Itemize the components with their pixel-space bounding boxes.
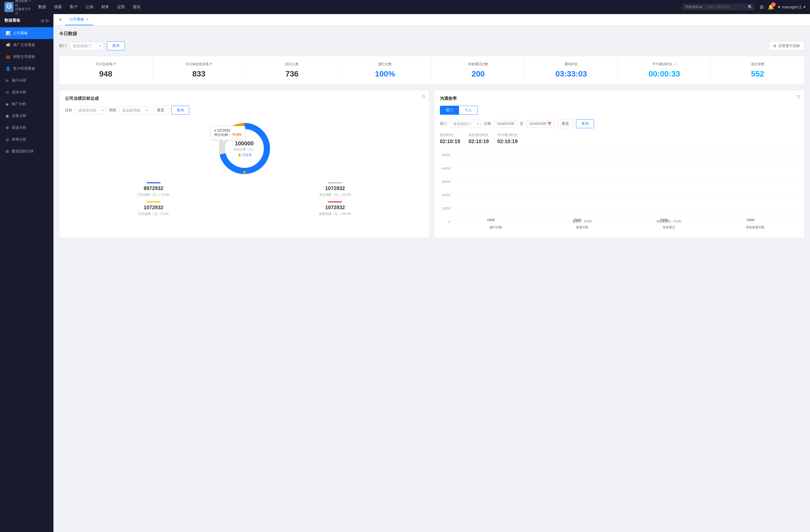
goal-expand-icon[interactable]: ⊡ bbox=[422, 94, 425, 99]
nav-item-运营[interactable]: 运营 bbox=[117, 3, 125, 11]
sidebar-item-label: 渠道分析 bbox=[12, 125, 27, 130]
stat-label-7: 成交单数 bbox=[715, 62, 799, 67]
tab-close-icon[interactable]: ✕ bbox=[86, 17, 88, 21]
sidebar-icon-cost: ⊙ bbox=[6, 90, 9, 95]
comm-dept-label: 部门 bbox=[440, 121, 447, 126]
sidebar-item-sales-analysis[interactable]: ◎销售分析 bbox=[0, 134, 53, 145]
donut-container: ● 1072932 所占比例： 70.9% bbox=[216, 120, 273, 177]
notification-badge: 5 bbox=[771, 2, 776, 7]
comm-date-to[interactable]: 2018/01/08 📅 bbox=[526, 120, 555, 127]
bottom-panels: 公司业绩目标达成 ⊡ 目标 请选择目标 周期 请选择周期 bbox=[59, 90, 804, 238]
nav-item-财务[interactable]: 财务 bbox=[101, 3, 109, 11]
goal-stat-bar-2 bbox=[147, 201, 161, 202]
sidebar-icon-company-board: 📊 bbox=[6, 31, 11, 35]
goal-stat-label-2: 应完成量（元）| 8.9% bbox=[65, 212, 242, 216]
comm-stat-0: 通话时长 02:10:19 bbox=[440, 133, 460, 145]
search-type-select[interactable]: 手机号码 bbox=[684, 5, 703, 9]
dept-select[interactable]: 请选择部门 bbox=[70, 42, 103, 50]
goal-stat-label-0: 已完成量（元）| 70.9% bbox=[65, 193, 242, 197]
sidebar-icon-promo-board: 📢 bbox=[6, 43, 11, 47]
stat-card-2: 回访人数 736 bbox=[245, 56, 339, 84]
sidebar-item-account-board[interactable]: 👤客户经理看板 bbox=[0, 63, 53, 74]
goal-stat-bar-1 bbox=[328, 182, 342, 183]
y-label-2: 20000 bbox=[440, 194, 453, 197]
tab-company-board[interactable]: 公司看板 ✕ bbox=[65, 14, 93, 25]
dept-select-wrapper: 请选择部门 bbox=[70, 42, 103, 50]
sidebar-item-label: 数据流转记录 bbox=[12, 149, 34, 154]
today-query-button[interactable]: 查询 bbox=[107, 41, 125, 50]
sidebar-expand-icon[interactable]: ▷ bbox=[46, 18, 49, 23]
sidebar-item-data-flow[interactable]: ⊞数据流转记录 bbox=[0, 145, 53, 157]
nav-item-线索[interactable]: 线索 bbox=[54, 3, 62, 11]
monitor-icon[interactable]: 🖥 bbox=[759, 4, 764, 10]
stat-label-3: 拨打次数 bbox=[343, 62, 427, 67]
app-layout: 数据看板 ◁ ▷ 📊公司看板📢推广主管看板💼销售主管看板👤客户经理看板⊳漏斗分析… bbox=[0, 14, 810, 532]
comm-tab-0[interactable]: 部门 bbox=[440, 106, 459, 115]
nav-item-数据[interactable]: 数据 bbox=[38, 3, 46, 11]
svg-text:云朵: 云朵 bbox=[7, 5, 12, 7]
sidebar-item-label: 推广主管看板 bbox=[13, 43, 35, 48]
goal-stat-value-2: 1072932 bbox=[65, 205, 242, 211]
goal-stat-value-0: 8972932 bbox=[65, 186, 242, 192]
search-icon[interactable]: 🔍 bbox=[748, 5, 752, 9]
sidebar-item-sales-board[interactable]: 💼销售主管看板 bbox=[0, 51, 53, 63]
calendar-icon: 📅 bbox=[547, 122, 552, 126]
main-content: ≡ 公司看板 ✕ 今日数据 部门 请选择部门 bbox=[53, 14, 810, 532]
nav-item-报名[interactable]: 报名 bbox=[133, 3, 141, 11]
sidebar-item-visitor[interactable]: ◉访客分析 bbox=[0, 110, 53, 122]
period-label: 周期 bbox=[109, 108, 116, 113]
sidebar-icon-sales-analysis: ◎ bbox=[6, 137, 9, 142]
comm-date-from[interactable]: 2018/01/08 bbox=[494, 120, 517, 127]
logo: 云朵 教育机构·一站 托服务云平台 bbox=[4, 0, 33, 15]
notification-bell[interactable]: 🔔 5 bbox=[768, 4, 774, 10]
sidebar-item-label: 漏斗分析 bbox=[12, 78, 27, 83]
comm-dept-select-wrapper: 请选择部门 bbox=[450, 120, 481, 128]
tab-label: 公司看板 bbox=[69, 17, 84, 22]
comm-tab-1[interactable]: 个人 bbox=[459, 106, 478, 115]
user-info[interactable]: manager11 ▾ bbox=[778, 5, 806, 9]
stat-card-3: 拨打次数 100% bbox=[339, 56, 432, 84]
comm-expand-icon[interactable]: ⊡ bbox=[797, 94, 800, 99]
comm-stats-row: 通话时长 02:10:19 有效通话时长 02:10:19 平均通话时长 02:… bbox=[440, 133, 798, 149]
sidebar-item-label: 销售分析 bbox=[12, 137, 27, 142]
sidebar-icon-promo-analysis: ◈ bbox=[6, 102, 9, 106]
comm-dept-select[interactable]: 请选择部门 bbox=[450, 120, 481, 128]
sidebar-item-channel[interactable]: ⊕渠道分析 bbox=[0, 122, 53, 134]
period-select[interactable]: 请选择周期 bbox=[119, 106, 150, 114]
sidebar-item-promo-board[interactable]: 📢推广主管看板 bbox=[0, 39, 53, 51]
comm-tabs: 部门个人 bbox=[440, 106, 798, 115]
comm-query-button[interactable]: 查询 bbox=[576, 119, 594, 128]
stat-value-5: 03:33:03 bbox=[529, 69, 613, 79]
goal-stat-1: 1072932 未完成量（元）| 20.9% bbox=[247, 182, 424, 197]
sidebar-item-company-board[interactable]: 📊公司看板 bbox=[0, 27, 53, 39]
stat-label-6: 平均通话时长 ⓘ bbox=[622, 62, 706, 67]
goal-reset-button[interactable]: 重置 bbox=[153, 106, 168, 115]
comm-date-separator: 至 bbox=[520, 121, 523, 126]
sidebar-item-cost[interactable]: ⊙成本分析 bbox=[0, 86, 53, 98]
search-input[interactable] bbox=[707, 5, 746, 9]
stat-value-1: 833 bbox=[157, 69, 241, 79]
nav-item-公海[interactable]: 公海 bbox=[85, 3, 93, 11]
goal-stat-bar-0 bbox=[147, 182, 161, 183]
goal-stat-0: 8972932 已完成量（元）| 70.9% bbox=[65, 182, 242, 197]
nav-item-客户[interactable]: 客户 bbox=[70, 3, 78, 11]
sidebar-item-funnel[interactable]: ⊳漏斗分析 bbox=[0, 74, 53, 86]
stat-value-7: 552 bbox=[715, 69, 799, 79]
sidebar-item-label: 成本分析 bbox=[12, 90, 27, 95]
x-label-3: 有效接通次数 bbox=[712, 223, 799, 232]
sidebar-icon-funnel: ⊳ bbox=[6, 78, 9, 83]
goal-panel-title: 公司业绩目标达成 bbox=[65, 96, 424, 101]
goal-filter-row: 目标 请选择目标 周期 请选择周期 重置 bbox=[65, 106, 424, 115]
comm-filter-row: 部门 请选择部门 日期 2018/01/08 至 2018/01/08 bbox=[440, 119, 798, 128]
sidebar-item-promo-analysis[interactable]: ◈推广分析 bbox=[0, 98, 53, 110]
nav-right: 手机号码 🔍 🖥 🔔 5 manager11 ▾ bbox=[682, 4, 806, 11]
sidebar-collapse-icon[interactable]: ◁ bbox=[40, 18, 44, 23]
hamburger-icon[interactable]: ≡ bbox=[59, 17, 62, 22]
goal-select[interactable]: 请选择目标 bbox=[75, 106, 106, 114]
settings-button[interactable]: ⚙ 设置显示指标 bbox=[769, 41, 804, 50]
info-icon-${i}[interactable]: ⓘ bbox=[674, 62, 677, 66]
stat-card-6: 平均通话时长 ⓘ 00:00:33 bbox=[618, 56, 711, 84]
goal-query-button[interactable]: 查询 bbox=[171, 106, 189, 115]
today-data-section: 今日数据 部门 请选择部门 查询 ⚙ 设置显示指标 bbox=[59, 31, 804, 84]
comm-reset-button[interactable]: 重置 bbox=[557, 119, 573, 128]
